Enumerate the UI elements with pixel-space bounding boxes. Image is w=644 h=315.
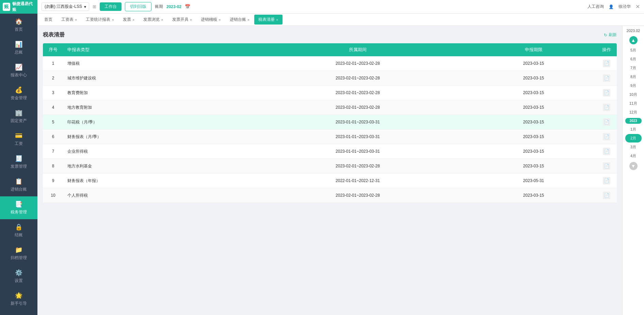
cell-type: 地方水利基金	[63, 159, 245, 174]
document-action-icon[interactable]: 📄	[603, 177, 610, 184]
timeline-month-item[interactable]: 11月	[625, 99, 642, 108]
table-header-row: 序号 申报表类型 所属期间 申报期限 操作	[43, 43, 617, 56]
app-logo: 账 畅捷通易代账	[0, 0, 37, 14]
document-action-icon[interactable]: 📄	[603, 104, 610, 111]
sidebar-item-fund[interactable]: 💰 资金管理	[0, 82, 37, 105]
document-action-icon[interactable]: 📄	[603, 74, 610, 82]
col-header-type: 申报表类型	[63, 43, 245, 56]
document-action-icon[interactable]: 📄	[603, 162, 610, 170]
tab-invoice-browse[interactable]: 发票浏览 ×	[139, 15, 167, 25]
tab-bar: 首页 工资表 × 工资统计报表 × 发票 × 发票浏览 × 发票开具 × 进销稽…	[37, 14, 644, 26]
document-action-icon[interactable]: 📄	[603, 148, 610, 155]
tab-invoice-open[interactable]: 发票开具 ×	[168, 15, 196, 25]
cell-action: 📄	[596, 174, 617, 188]
tab-home[interactable]: 首页	[40, 15, 57, 25]
timeline-month-item[interactable]: 7月	[625, 64, 642, 72]
sidebar-item-report[interactable]: 📈 报表中心	[0, 59, 37, 82]
sidebar-item-label: 进销台账	[11, 186, 27, 192]
timeline-month-item[interactable]: 9月	[625, 81, 642, 90]
timeline-scroll-down-button[interactable]: ▼	[629, 162, 638, 170]
cell-deadline: 2023-03-15	[471, 115, 596, 130]
company-select[interactable]: (勿删) 江西股金-LSS ▾	[42, 2, 89, 11]
tab-close-icon[interactable]: ×	[132, 18, 134, 22]
timeline-month-item[interactable]: 3月	[625, 143, 642, 151]
report-icon: 📈	[15, 63, 22, 71]
sidebar-item-archive[interactable]: 📁 归档管理	[0, 242, 37, 265]
sidebar-item-settings[interactable]: ⚙️ 设置	[0, 265, 37, 288]
sidebar-item-sales[interactable]: 📋 进销台账	[0, 174, 37, 196]
sidebar-item-salary[interactable]: 💳 工资	[0, 128, 37, 151]
tab-close-icon[interactable]: ×	[276, 18, 278, 22]
timeline-scroll-up-button[interactable]: ▲	[629, 36, 638, 44]
sidebar-item-ledger[interactable]: 📊 总账	[0, 36, 37, 59]
tab-close-icon[interactable]: ×	[247, 18, 249, 22]
document-action-icon[interactable]: 📄	[603, 192, 610, 199]
sidebar-item-label: 报表中心	[11, 72, 27, 78]
fund-icon: 💰	[15, 86, 22, 94]
refresh-button[interactable]: ↻ 刷新	[604, 32, 617, 38]
tab-close-icon[interactable]: ×	[161, 18, 163, 22]
sidebar-item-closing[interactable]: 🔒 结账	[0, 219, 37, 242]
timeline-month-item[interactable]: 4月	[625, 152, 642, 160]
table-row: 10 个人所得税 2023-02-01~2023-02-28 2023-03-1…	[43, 188, 617, 203]
sidebar-item-asset[interactable]: 🏢 固定资产	[0, 105, 37, 128]
tab-tax-return[interactable]: 税表清册 ×	[254, 15, 282, 25]
sidebar-item-label: 新手引导	[11, 301, 27, 306]
document-action-icon[interactable]: 📄	[603, 133, 610, 140]
calendar-icon[interactable]: 📅	[185, 4, 190, 9]
cell-deadline: 2023-03-15	[471, 100, 596, 115]
timeline-month-item[interactable]: 1月	[625, 125, 642, 134]
timeline-month-item[interactable]: 10月	[625, 90, 642, 99]
sidebar-item-home[interactable]: 🏠 首页	[0, 14, 37, 36]
sidebar-item-invoice[interactable]: 🧾 发票管理	[0, 151, 37, 174]
cell-period: 2023-02-01~2023-02-28	[245, 86, 471, 100]
tab-salary-report[interactable]: 工资统计报表 ×	[82, 15, 118, 25]
cell-deadline: 2023-03-15	[471, 86, 596, 100]
tax-icon: 📑	[15, 200, 22, 208]
sidebar-item-member[interactable]: 👑 畅会员	[0, 311, 37, 315]
switch-version-button[interactable]: 切到旧版	[125, 2, 151, 11]
ai-consult-button[interactable]: 人工咨询	[587, 4, 604, 10]
cell-deadline: 2023-05-31	[471, 174, 596, 188]
document-action-icon[interactable]: 📄	[603, 60, 610, 67]
timeline-month-item[interactable]: 8月	[625, 73, 642, 81]
cell-type: 地方教育附加	[63, 100, 245, 115]
table-row: 5 印花税（月/季） 2023-01-01~2023-03-31 2023-03…	[43, 115, 617, 130]
tab-purchase-ledger[interactable]: 进销台账 ×	[226, 15, 254, 25]
tab-close-icon[interactable]: ×	[219, 18, 221, 22]
home-icon: 🏠	[15, 18, 22, 25]
cell-seq: 2	[43, 71, 63, 86]
settings-icon: ⚙️	[15, 269, 22, 276]
sidebar-item-label: 结账	[15, 232, 23, 238]
cell-type: 企业所得税	[63, 144, 245, 159]
timeline-month-item[interactable]: 5月	[625, 46, 642, 55]
document-action-icon[interactable]: 📄	[603, 118, 610, 126]
workbench-button[interactable]: 工作台	[100, 2, 122, 11]
cell-action: 📄	[596, 56, 617, 71]
cell-period: 2023-02-01~2023-02-28	[245, 188, 471, 203]
logo-icon: 账	[3, 3, 10, 11]
sidebar: 账 畅捷通易代账 🏠 首页 📊 总账 📈 报表中心 💰 资金管理 🏢 固定资产 …	[0, 0, 37, 315]
timeline-panel: 2023.02 ▲ 5月6月7月8月9月10月11月12月20231月2月3月4…	[622, 26, 644, 315]
tab-close-icon[interactable]: ×	[75, 18, 77, 22]
sidebar-item-tax[interactable]: 📑 税务管理	[0, 196, 37, 219]
tab-close-icon[interactable]: ×	[190, 18, 192, 22]
tab-invoice[interactable]: 发票 ×	[119, 15, 139, 25]
timeline-year-label[interactable]: 2023	[625, 118, 642, 124]
tab-salary[interactable]: 工资表 ×	[57, 15, 81, 25]
document-action-icon[interactable]: 📄	[603, 89, 610, 96]
timeline-month-item[interactable]: 6月	[625, 55, 642, 63]
invoice-icon: 🧾	[15, 155, 22, 162]
cell-period: 2023-01-01~2023-03-31	[245, 144, 471, 159]
cell-seq: 8	[43, 159, 63, 174]
tab-purchase-check[interactable]: 进销稽核 ×	[197, 15, 225, 25]
timeline-month-item[interactable]: 12月	[625, 108, 642, 117]
user-avatar: 👤	[609, 4, 614, 9]
table-row: 6 财务报表（月/季） 2023-01-01~2023-03-31 2023-0…	[43, 130, 617, 144]
tab-close-icon[interactable]: ×	[112, 18, 114, 22]
cell-period: 2023-02-01~2023-02-28	[245, 159, 471, 174]
sidebar-item-guide[interactable]: 🌟 新手引导	[0, 288, 37, 311]
cell-type: 城市维护建设税	[63, 71, 245, 86]
timeline-month-item[interactable]: 2月	[625, 134, 642, 142]
close-window-button[interactable]: ✕	[635, 3, 640, 10]
